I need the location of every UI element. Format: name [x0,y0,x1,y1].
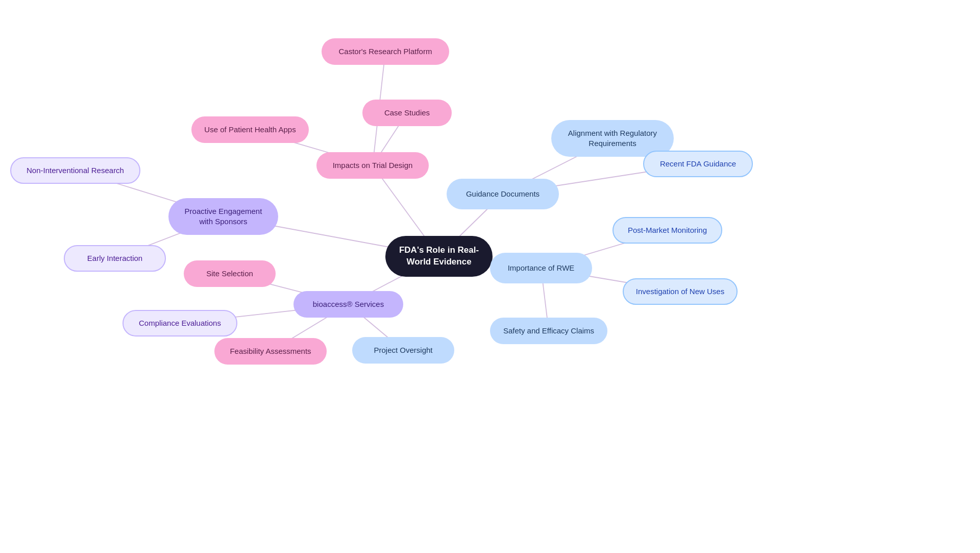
node-compliance: Compliance Evaluations [122,310,237,336]
mindmap-container: FDA's Role in Real-World EvidenceCastor'… [0,0,980,553]
node-non-interventional: Non-Interventional Research [10,157,140,184]
node-feasibility: Feasibility Assessments [214,338,327,365]
connections-svg [0,0,980,553]
node-site-selection: Site Selection [184,260,276,287]
node-project-oversight: Project Oversight [352,337,454,364]
node-trial-design: Impacts on Trial Design [316,152,429,179]
node-patient-apps: Use of Patient Health Apps [191,116,309,143]
node-bioaccess: bioaccess® Services [293,291,403,318]
node-case-studies: Case Studies [362,100,452,126]
node-post-market: Post-Market Monitoring [612,217,722,244]
node-importance-rwe: Importance of RWE [490,253,592,283]
node-early-interaction: Early Interaction [64,245,166,272]
node-recent-fda: Recent FDA Guidance [643,151,753,177]
node-guidance-docs: Guidance Documents [447,179,559,209]
node-new-uses: Investigation of New Uses [623,278,738,305]
node-safety-efficacy: Safety and Efficacy Claims [490,318,607,344]
center-node: FDA's Role in Real-World Evidence [385,236,493,277]
node-proactive: Proactive Engagement with Sponsors [168,198,278,235]
node-castors: Castor's Research Platform [322,38,449,65]
